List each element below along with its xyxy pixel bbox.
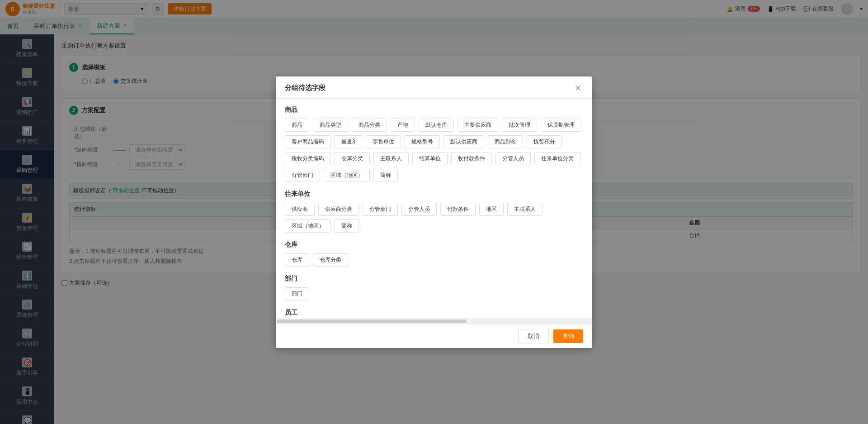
modal-title: 分组待选字段 (285, 84, 326, 92)
field-tag[interactable]: 部门 (285, 287, 309, 300)
field-tag[interactable]: 仓库分类 (335, 152, 370, 165)
field-tag[interactable]: 默认供应商 (443, 135, 484, 148)
section-partner-title: 往来单位 (285, 190, 583, 198)
field-tag[interactable]: 区域（地区） (324, 169, 370, 182)
field-tag[interactable]: 零售单位 (366, 135, 401, 148)
field-tag[interactable]: 区域（地区） (285, 219, 331, 233)
field-tag[interactable]: 简称 (335, 219, 359, 233)
field-tag[interactable]: 分管部门 (285, 169, 320, 182)
section-partner: 往来单位 供应商 供应商分类 分管部门 分管人员 付款条件 地区 主联系人 区域… (285, 190, 583, 233)
field-tag[interactable]: 仓库 (285, 253, 309, 267)
horizontal-scrollbar[interactable] (276, 319, 592, 324)
field-tag[interactable]: 付款条件 (440, 203, 476, 216)
field-tag[interactable]: 主联系人 (507, 203, 542, 216)
field-tag[interactable]: 供应商 (285, 203, 315, 216)
field-tag[interactable]: 重量3 (335, 135, 362, 148)
field-tag[interactable]: 仓库分类 (313, 253, 348, 267)
modal-cancel-btn[interactable]: 取消 (518, 329, 549, 343)
field-tag[interactable]: 主联系人 (373, 152, 409, 165)
field-tag[interactable]: 商品分类 (352, 119, 387, 132)
section-product: 商品 商品 商品类型 商品分类 产地 默认仓库 主要供应商 批次管理 保质期管理… (285, 106, 583, 182)
field-tag[interactable]: 收付款条件 (451, 152, 492, 165)
field-tag[interactable]: 批次管理 (502, 119, 537, 132)
section-product-fields: 商品 商品类型 商品分类 产地 默认仓库 主要供应商 批次管理 保质期管理 客户… (285, 119, 583, 182)
section-warehouse-fields: 仓库 仓库分类 (285, 253, 583, 267)
field-tag[interactable]: 规格型号 (405, 135, 440, 148)
modal-close-btn[interactable]: ✕ (572, 83, 583, 94)
section-employee: 员工 业务员 (285, 309, 583, 319)
section-warehouse-title: 仓库 (285, 241, 583, 249)
field-tag[interactable]: 分管部门 (363, 203, 398, 216)
modal-footer: 取消 查询 (276, 324, 592, 348)
field-tag[interactable]: 拣货积分 (527, 135, 562, 148)
field-tag[interactable]: 供应商分类 (318, 203, 359, 216)
section-warehouse: 仓库 仓库 仓库分类 (285, 241, 583, 267)
field-tag[interactable]: 商品 (285, 119, 309, 132)
modal-overlay: 分组待选字段 ✕ 商品 商品 商品类型 商品分类 产地 默认仓库 主要供应商 批… (0, 0, 868, 424)
field-tag[interactable]: 客户商品编码 (285, 135, 331, 148)
section-employee-title: 员工 (285, 309, 583, 317)
section-product-title: 商品 (285, 106, 583, 114)
field-tag[interactable]: 保质期管理 (541, 119, 581, 132)
field-tag[interactable]: 结算单位 (412, 152, 448, 165)
field-tag[interactable]: 分管人员 (401, 203, 437, 216)
field-tag[interactable]: 往来单位分类 (534, 152, 580, 165)
modal-header: 分组待选字段 ✕ (276, 76, 592, 99)
field-tag[interactable]: 主要供应商 (458, 119, 498, 132)
section-department-title: 部门 (285, 275, 583, 283)
field-tag[interactable]: 商品别名 (488, 135, 523, 148)
section-partner-fields: 供应商 供应商分类 分管部门 分管人员 付款条件 地区 主联系人 区域（地区） … (285, 203, 583, 233)
field-tag[interactable]: 分管人员 (495, 152, 531, 165)
field-tag[interactable]: 地区 (479, 203, 504, 216)
section-department-fields: 部门 (285, 287, 583, 300)
modal-body: 商品 商品 商品类型 商品分类 产地 默认仓库 主要供应商 批次管理 保质期管理… (276, 99, 592, 319)
modal-confirm-btn[interactable]: 查询 (553, 329, 583, 343)
field-tag[interactable]: 商品类型 (313, 119, 348, 132)
field-tag[interactable]: 简称 (373, 169, 398, 182)
modal-dialog: 分组待选字段 ✕ 商品 商品 商品类型 商品分类 产地 默认仓库 主要供应商 批… (276, 76, 592, 348)
field-tag[interactable]: 产地 (391, 119, 415, 132)
scrollbar-thumb (277, 319, 467, 323)
section-department: 部门 部门 (285, 275, 583, 300)
field-tag[interactable]: 默认仓库 (419, 119, 454, 132)
field-tag[interactable]: 税收分类编码 (285, 152, 331, 165)
